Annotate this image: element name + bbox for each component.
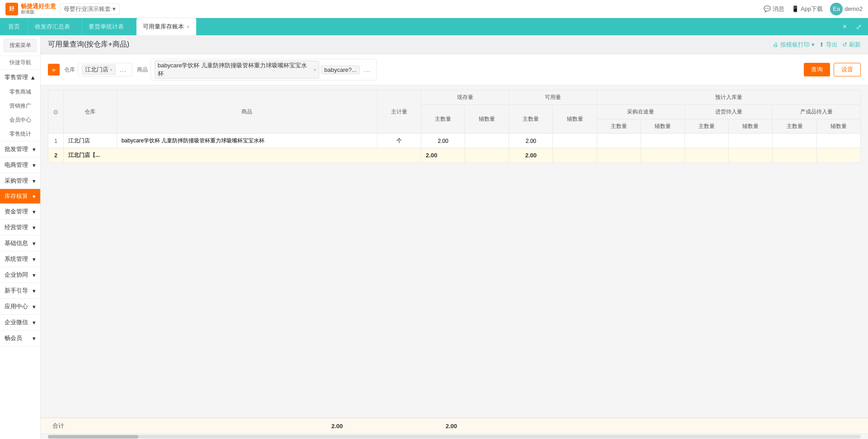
tab-order-stats[interactable]: 要货单统计表 ×: [82, 18, 136, 35]
th-purchase-transit-group: 采购在途量: [597, 105, 684, 119]
sidebar-group-finance-header[interactable]: 资金管理 ▾: [0, 204, 40, 219]
sidebar-group-retail-header[interactable]: 零售管理 ▲: [0, 70, 40, 85]
sidebar-group-enterprise-wechat: 企业微信 ▾: [0, 315, 40, 330]
row-current-aux: [465, 134, 509, 148]
product-filter-more-icon[interactable]: …: [362, 66, 373, 74]
scroll-bar-area: [41, 434, 868, 439]
chevron-down-icon5: ▾: [33, 193, 36, 200]
nav-tabs-right: × ⤢: [836, 18, 868, 35]
row-production-pending-aux: [816, 134, 860, 148]
print-btn[interactable]: 🖨 按模板打印 ▾: [773, 41, 815, 49]
warehouse-tag: 江北门店 ×: [82, 65, 116, 75]
close-receive-summary-tab-icon[interactable]: ×: [73, 24, 75, 29]
sidebar-item-quick-nav[interactable]: 快捷导航: [0, 56, 40, 70]
sidebar-item-online-store[interactable]: 零售商城: [0, 85, 40, 99]
msg-label: 消息: [773, 5, 784, 13]
chevron-down-icon10: ▾: [33, 272, 36, 279]
sidebar-group-operations-label: 经营管理: [5, 223, 28, 231]
industry-selector[interactable]: 母婴行业演示账套 ▾: [60, 3, 120, 15]
app-download-btn[interactable]: 📱 App下载: [792, 5, 823, 13]
sidebar-group-app-center-header[interactable]: 应用中心 ▾: [0, 299, 40, 314]
sidebar-item-marketing[interactable]: 营销推广: [0, 99, 40, 113]
username-label: demo2: [844, 5, 863, 12]
sidebar-group-enterprise-collab-header[interactable]: 企业协同 ▾: [0, 267, 40, 283]
warehouse-filter-container[interactable]: 江北门店 × …: [78, 63, 132, 76]
sidebar-group-enterprise-wechat-header[interactable]: 企业微信 ▾: [0, 315, 40, 330]
chevron-down-icon: ▾: [113, 5, 116, 12]
sidebar-group-member-header[interactable]: 畅会员 ▾: [0, 330, 40, 346]
warehouse-filter-group: 仓库 江北门店 × …: [64, 63, 132, 76]
row-current-main: 2.00: [421, 134, 465, 148]
refresh-icon: ↺: [842, 41, 847, 48]
row-unit: 个: [377, 134, 421, 148]
sidebar-group-basic-header[interactable]: 基础信息 ▾: [0, 236, 40, 251]
gear-icon[interactable]: ⚙: [53, 109, 59, 116]
th-unit: 主计量: [377, 90, 421, 134]
expand-tabs-icon[interactable]: ⤢: [853, 22, 864, 32]
sidebar-group-purchase-header[interactable]: 采购管理 ▾: [0, 173, 40, 189]
sidebar-group-inventory-header[interactable]: 库存核算 ▾: [0, 189, 40, 203]
sidebar-item-retail-stats[interactable]: 零售统计: [0, 127, 40, 141]
row-available-main: 2.00: [509, 134, 553, 148]
available-ledger-tab-label: 可用量库存账本: [143, 23, 184, 31]
row-goods-pending-main: [685, 134, 729, 148]
subtotal-label: 江北门店【...: [64, 148, 421, 163]
row-seq: 1: [48, 134, 64, 148]
footer-label: 合计: [48, 422, 71, 430]
settings-button[interactable]: 设置: [834, 63, 861, 76]
sidebar-group-system-header[interactable]: 系统管理 ▾: [0, 251, 40, 267]
product-tag-0-close-icon[interactable]: ×: [313, 67, 316, 72]
sidebar-group-ecommerce: 电商管理 ▾: [0, 157, 40, 173]
warehouse-tag-close-icon[interactable]: ×: [110, 67, 113, 72]
row-warehouse: 江北门店: [64, 134, 117, 148]
sidebar-group-operations: 经营管理 ▾: [0, 220, 40, 236]
chevron-down-icon12: ▾: [33, 303, 36, 310]
sidebar-group-operations-header[interactable]: 经营管理 ▾: [0, 220, 40, 235]
sidebar-search-button[interactable]: 搜索菜单: [4, 39, 37, 52]
sidebar-group-enterprise-collab: 企业协同 ▾: [0, 267, 40, 283]
product-filter-group: 商品 babycare学饮杯 儿童防摔防撞吸管杯重力球吸嘴杯宝宝水杯 × bab…: [137, 59, 377, 80]
sidebar: 搜索菜单 快捷导航 零售管理 ▲ 零售商城 营销推广 会员中心 零售统计 批发管…: [0, 35, 41, 439]
chevron-down-icon11: ▾: [33, 288, 36, 294]
th-available-aux-qty: 辅数量: [553, 105, 597, 134]
close-available-ledger-tab-icon[interactable]: ×: [187, 24, 189, 29]
chevron-down-icon14: ▾: [33, 335, 36, 342]
sidebar-group-basic-label: 基础信息: [5, 239, 28, 247]
warehouse-tag-text: 江北门店: [85, 66, 108, 74]
sidebar-item-member-center[interactable]: 会员中心: [0, 113, 40, 127]
tab-receive-summary[interactable]: 收发存汇总表 ×: [28, 18, 82, 35]
export-btn[interactable]: ⬆ 导出: [819, 41, 838, 49]
chevron-down-icon9: ▾: [33, 256, 36, 263]
row-purchase-transit-aux: [641, 134, 684, 148]
sidebar-group-guide-header[interactable]: 新手引导 ▾: [0, 283, 40, 298]
user-menu[interactable]: Ea demo2: [830, 3, 863, 15]
chevron-down-icon8: ▾: [33, 240, 36, 247]
th-production-pending-main: 主数量: [773, 119, 816, 134]
product-filter-container[interactable]: babycare学饮杯 儿童防摔防撞吸管杯重力球吸嘴杯宝宝水杯 × babyca…: [151, 59, 377, 80]
tab-available-ledger[interactable]: 可用量库存账本 ×: [137, 18, 196, 35]
warehouse-filter-more-icon[interactable]: …: [118, 66, 128, 74]
subtotal-current-main: 2.00: [421, 148, 465, 163]
product-tag-1: babycare?...: [321, 66, 360, 74]
sidebar-group-wholesale-label: 批发管理: [5, 145, 28, 153]
row-available-aux: [553, 134, 597, 148]
query-button[interactable]: 查询: [804, 63, 830, 76]
chevron-down-icon-print: ▾: [811, 41, 815, 48]
th-current-stock-group: 现存量: [421, 90, 509, 105]
close-order-stats-tab-icon[interactable]: ×: [127, 24, 129, 29]
msg-btn[interactable]: 💬 消息: [764, 5, 784, 13]
home-tab-label: 首页: [8, 23, 20, 31]
subtotal-purchase-transit-main: [597, 148, 641, 163]
tab-home[interactable]: 首页: [0, 18, 28, 35]
sidebar-group-finance-label: 资金管理: [5, 208, 28, 216]
scroll-bar-thumb[interactable]: [48, 435, 138, 439]
sidebar-group-ecommerce-header[interactable]: 电商管理 ▾: [0, 157, 40, 173]
sidebar-group-wholesale-header[interactable]: 批发管理 ▾: [0, 142, 40, 157]
filter-expand-button[interactable]: »: [48, 64, 60, 76]
th-available-main-qty: 主数量: [509, 105, 553, 134]
refresh-label: 刷新: [849, 41, 861, 49]
close-all-tabs-icon[interactable]: ×: [840, 22, 849, 32]
refresh-btn[interactable]: ↺ 刷新: [842, 41, 861, 49]
th-production-pending-aux: 辅数量: [816, 119, 860, 134]
app-download-label: App下载: [801, 5, 823, 13]
